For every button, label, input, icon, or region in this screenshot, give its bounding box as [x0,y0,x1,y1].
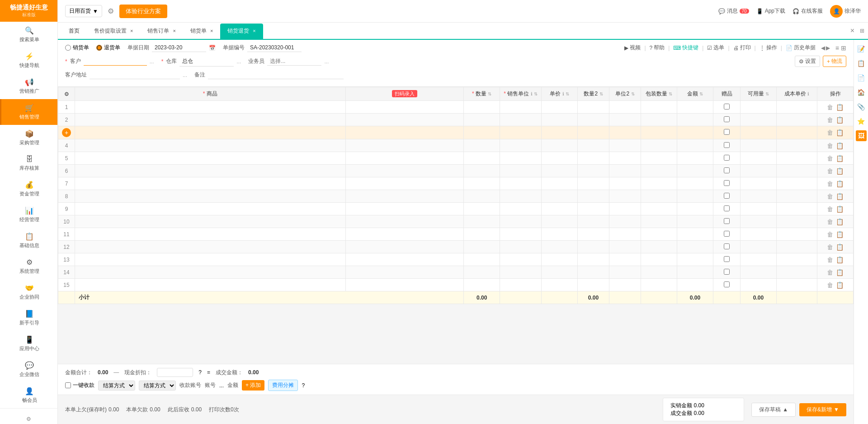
copy-icon[interactable]: 📋 [836,281,844,289]
amount-sort-icon[interactable]: ⇅ [699,91,703,96]
copy-icon[interactable]: 📋 [836,231,844,238]
sales-input[interactable] [267,57,321,66]
rp-checklist-icon[interactable]: 📋 [856,58,867,69]
copy-icon[interactable]: 📋 [836,243,844,251]
sidebar-item-purchase[interactable]: 📦 采购管理 [0,125,57,151]
unit-cell-3[interactable] [500,126,542,139]
date-icon[interactable]: 📅 [209,45,216,51]
avail-cell-3[interactable] [741,126,777,139]
copy-icon-2[interactable]: 📋 [836,116,844,124]
radio-sale-input[interactable] [65,45,71,51]
delete-icon[interactable]: 🗑 [827,180,833,187]
pkg-cell-3[interactable] [641,126,677,139]
sidebar-item-basic[interactable]: 📋 基础信息 [0,228,57,253]
rp-image-icon[interactable]: 🖼 [856,130,867,141]
help-btn[interactable]: ? 帮助 [650,44,665,52]
sidebar-item-ops[interactable]: 📊 经营管理 [0,202,57,228]
scan-btn[interactable]: 扫码录入 [392,90,417,97]
prev-doc-btn[interactable]: ◀ [821,45,825,51]
date-value[interactable]: 2023-03-20 [152,43,206,52]
cost-cell-3[interactable] [777,126,817,139]
one-click-label[interactable]: 一键收款 [65,381,94,389]
price-info-icon[interactable]: ℹ [562,91,564,96]
amount-cell-1[interactable] [677,101,713,114]
copy-icon[interactable]: 📋 [836,155,844,162]
tab-maximize-icon[interactable]: ⊞ [860,28,864,34]
tab-home[interactable]: 首页 [61,24,87,39]
unit2-sort-icon[interactable]: ⇅ [631,91,635,96]
grid-view-btn[interactable]: ⊞ [841,44,846,52]
cost-cell-1[interactable] [777,101,817,114]
qty2-sort-icon[interactable]: ⇅ [599,91,603,96]
cost-info-icon[interactable]: ℹ [807,91,809,96]
unit-cell-1[interactable] [500,101,542,114]
sidebar-item-apps[interactable]: 📱 应用中心 [0,331,57,357]
save-draft-btn[interactable]: 保存草稿 ▲ [751,403,796,417]
gift-cell-1[interactable] [713,101,741,114]
cost-cell-2[interactable] [777,114,817,126]
pkg-cell-1[interactable] [641,101,677,114]
copy-icon[interactable]: 📋 [836,269,844,276]
copy-icon-1[interactable]: 📋 [836,104,844,111]
history-btn[interactable]: 📄 历史单据 [786,44,816,52]
gift-cell-3[interactable] [713,126,741,139]
discount-input[interactable] [157,368,193,377]
delete-icon[interactable]: 🗑 [827,243,833,251]
unit-sort-icon[interactable]: ⇅ [534,91,538,96]
address-dots[interactable]: ... [183,72,187,78]
qty2-cell-2[interactable] [578,114,609,126]
unit-info-icon[interactable]: ℹ [531,91,533,96]
next-doc-btn[interactable]: ▶ [826,45,830,51]
save-new-btn[interactable]: 保存&新增 ▼ [799,403,846,416]
address-input[interactable] [90,71,180,79]
qty2-cell-1[interactable] [578,101,609,114]
gift-cell-2[interactable] [713,114,741,126]
delete-icon[interactable]: 🗑 [827,167,833,175]
copy-icon[interactable]: 📋 [836,193,844,200]
delete-icon-2[interactable]: 🗑 [827,116,833,124]
sidebar-item-guide[interactable]: 📘 新手引导 [0,305,57,331]
tab-sale-price[interactable]: 售价提取设置 × [87,24,140,39]
select-btn[interactable]: ☑ 选单 [707,44,724,52]
help-icon[interactable]: ? [198,369,202,376]
tab-sale-price-close[interactable]: × [130,28,133,33]
tab-sale-order-close[interactable]: × [173,28,175,33]
list-view-btn[interactable]: ≡ [835,44,839,52]
delete-icon[interactable]: 🗑 [827,155,833,162]
service-btn[interactable]: 🎧 在线客服 [793,7,823,15]
warehouse-dots[interactable]: ... [236,58,241,65]
calc-select[interactable]: 结算方式 [139,381,176,391]
qty2-cell-3[interactable] [578,126,609,139]
delete-icon[interactable]: 🗑 [827,269,833,276]
trial-button[interactable]: 体验行业方案 [119,5,167,18]
price-cell-2[interactable] [542,114,578,126]
goods-cell-2[interactable] [75,114,346,126]
sidebar-item-coop[interactable]: 🤝 企业协同 [0,279,57,305]
avail-cell-2[interactable] [741,114,777,126]
sidebar-item-finance[interactable]: 💰 资金管理 [0,176,57,202]
add-logistics-btn[interactable]: + 物流 [823,56,846,67]
delete-icon[interactable]: 🗑 [827,205,833,213]
unit-cell-2[interactable] [500,114,542,126]
qty-cell-2[interactable] [464,114,500,126]
tab-close-all[interactable]: × [847,27,858,35]
sidebar-item-shortcut[interactable]: ⚡ 快捷导航 [0,48,57,73]
rp-house-icon[interactable]: 🏠 [856,87,867,98]
operate-btn[interactable]: ⋮ 操作 [760,44,777,52]
qty-cell-3[interactable] [464,126,500,139]
delete-icon[interactable]: 🗑 [827,281,833,289]
video-btn[interactable]: ▶ 视频 [624,44,641,52]
avail-sort-icon[interactable]: ⇅ [765,91,769,96]
rp-clip-icon[interactable]: 📎 [856,101,867,112]
rp-note-icon[interactable]: 📝 [856,43,867,54]
price-sort-icon[interactable]: ⇅ [566,91,569,96]
radio-return[interactable]: 退货单 [96,44,120,52]
sidebar-item-inventory[interactable]: 🗄 库存核算 [0,151,57,176]
one-click-checkbox[interactable] [65,382,71,388]
copy-icon[interactable]: 📋 [836,218,844,225]
delete-icon-1[interactable]: 🗑 [827,104,833,111]
unit2-cell-3[interactable] [609,126,641,139]
topbar-settings-icon[interactable]: ⚙ [108,7,114,15]
add-row-btn[interactable]: + [62,128,71,137]
delete-icon-3[interactable]: 🗑 [827,129,833,136]
